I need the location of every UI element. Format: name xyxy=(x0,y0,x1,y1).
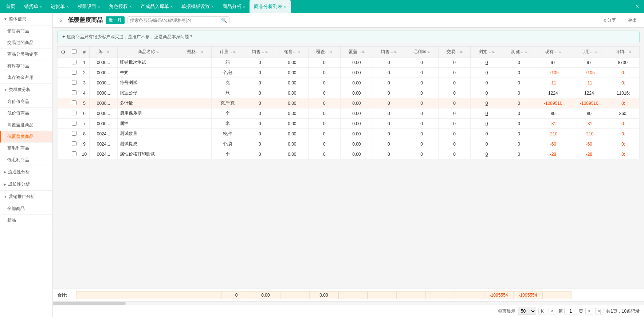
column-name[interactable]: 商品名称⇅ xyxy=(118,47,179,58)
nav-close-icon[interactable]: × xyxy=(170,0,173,13)
sidebar-section-marketing-analysis[interactable]: ▼ 营销推广分析 xyxy=(0,191,52,203)
cell-available: -31 xyxy=(571,119,607,129)
cell-unit: 克 xyxy=(211,78,244,88)
page-size-select[interactable]: 50 10 20 100 xyxy=(518,308,536,315)
cell-browse1[interactable]: 0 xyxy=(471,88,503,98)
window-close-button[interactable]: × xyxy=(632,3,643,10)
cell-unit: 只 xyxy=(211,88,244,98)
cell-no: 1 xyxy=(79,58,90,68)
nav-close-icon[interactable]: × xyxy=(40,0,42,13)
column-current[interactable]: 现有...⇅ xyxy=(535,47,571,58)
column-unit[interactable]: 计量...⇅ xyxy=(211,47,244,58)
search-input[interactable] xyxy=(130,18,220,23)
cell-browse1[interactable]: 0 xyxy=(471,68,503,78)
nav-sales-order[interactable]: 销货单 × xyxy=(20,0,46,13)
sidebar-item-high-profit[interactable]: 高毛利商品 xyxy=(0,143,52,154)
column-sales-cnt[interactable]: 销售...⇅ xyxy=(373,47,405,58)
time-filter-button[interactable]: 近一月 xyxy=(106,16,125,24)
cell-browse1[interactable]: 0 xyxy=(471,108,503,119)
cell-browse1[interactable]: 0 xyxy=(471,58,503,68)
cell-checkbox[interactable] xyxy=(69,119,79,129)
column-gross[interactable]: 毛利率⇅ xyxy=(405,47,439,58)
nav-purchase-order[interactable]: 进货单 × xyxy=(46,0,73,13)
nav-template-settings[interactable]: 单据模板设置 × xyxy=(177,0,218,13)
cell-cover2: 0.00 xyxy=(341,108,373,119)
sidebar-item-low-value[interactable]: 低价值商品 xyxy=(0,108,52,119)
table-container[interactable]: ⚙ # 商...⇅ 商品名称⇅ 规格...⇅ xyxy=(57,46,640,289)
nav-permission-settings[interactable]: 权限设置 × xyxy=(73,0,105,13)
nav-role-auth[interactable]: 角色授权 × xyxy=(105,0,136,13)
column-trade[interactable]: 交易...⇅ xyxy=(438,47,471,58)
search-icon[interactable]: 🔍 xyxy=(221,17,227,23)
cell-browse1[interactable]: 0 xyxy=(471,78,503,88)
column-code[interactable]: 商...⇅ xyxy=(90,47,118,58)
cell-browse1[interactable]: 0 xyxy=(471,98,503,108)
sidebar-item-traded-goods[interactable]: 交易过的商品 xyxy=(0,37,52,49)
first-page-button[interactable]: K xyxy=(538,308,546,314)
cell-browse1[interactable]: 0 xyxy=(471,139,503,149)
nav-finished-goods[interactable]: 产成品入库单 × xyxy=(136,0,177,13)
cell-checkbox[interactable] xyxy=(69,149,79,159)
nav-close-active-icon[interactable]: × xyxy=(284,0,286,13)
cell-checkbox[interactable] xyxy=(69,68,79,78)
column-sellable[interactable]: 可销...⇅ xyxy=(607,47,640,58)
sidebar-section-growth-analysis[interactable]: ▶ 成长性分析 xyxy=(0,178,52,191)
cell-checkbox[interactable] xyxy=(69,98,79,108)
sidebar-item-new-goods[interactable]: 新品 xyxy=(0,215,52,226)
nav-goods-analysis[interactable]: 商品分析 × xyxy=(218,0,250,13)
share-button[interactable]: ⎋ 分享 xyxy=(601,16,619,24)
cell-settings xyxy=(58,58,69,68)
cell-checkbox[interactable] xyxy=(69,78,79,88)
cell-checkbox[interactable] xyxy=(69,58,79,68)
cell-gross: 0 xyxy=(405,58,439,68)
sidebar-section-overall[interactable]: ▼ 整体信息 xyxy=(0,13,52,25)
sidebar-item-category-rate[interactable]: 商品分类动销率 xyxy=(0,49,52,60)
cell-checkbox[interactable] xyxy=(69,108,79,119)
cell-sales-cnt: 0 xyxy=(373,78,405,88)
last-page-button[interactable]: >| xyxy=(595,308,604,314)
nav-close-icon[interactable]: × xyxy=(66,0,68,13)
settings-icon[interactable]: ⚙ xyxy=(61,49,66,55)
cell-checkbox[interactable] xyxy=(69,129,79,139)
cell-checkbox[interactable] xyxy=(69,139,79,149)
sidebar-item-high-value[interactable]: 高价值商品 xyxy=(0,96,52,108)
column-checkbox[interactable] xyxy=(69,47,79,58)
column-spec[interactable]: 规格...⇅ xyxy=(179,47,212,58)
sidebar-item-sales-goods[interactable]: 销售类商品 xyxy=(0,25,52,37)
cell-browse1[interactable]: 0 xyxy=(471,129,503,139)
nav-home[interactable]: 首页 xyxy=(1,0,20,13)
export-button[interactable]: ↑ 导出 xyxy=(622,16,640,24)
sidebar-item-low-profit[interactable]: 低毛利商品 xyxy=(0,154,52,166)
column-cover1[interactable]: 覆盖...⇅ xyxy=(308,47,341,58)
nav-close-icon[interactable]: × xyxy=(211,0,213,13)
nav-close-icon[interactable]: × xyxy=(243,0,245,13)
nav-close-icon[interactable]: × xyxy=(129,0,131,13)
column-cover2[interactable]: 覆盖...⇅ xyxy=(341,47,373,58)
sidebar-section-group-analysis[interactable]: ▼ 类群度分析 xyxy=(0,84,52,96)
column-available[interactable]: 可用...⇅ xyxy=(571,47,607,58)
column-sales-qty[interactable]: 销售...⇅ xyxy=(244,47,276,58)
next-page-button[interactable]: > xyxy=(585,308,593,314)
sidebar-item-all-goods[interactable]: 全部商品 xyxy=(0,203,52,215)
cell-browse1[interactable]: 0 xyxy=(471,149,503,159)
sidebar-item-low-coverage[interactable]: 低覆盖度商品 xyxy=(0,131,52,143)
sidebar-item-stocked-goods[interactable]: 有库存商品 xyxy=(0,60,52,72)
sort-icon: ⇅ xyxy=(200,50,203,54)
column-sales-amt[interactable]: 销售...⇅ xyxy=(276,47,309,58)
nav-close-icon[interactable]: × xyxy=(98,0,100,13)
column-browse2[interactable]: 浏览...⇅ xyxy=(503,47,535,58)
nav-goods-analysis-list[interactable]: 商品分析列表 × xyxy=(250,0,290,13)
sidebar-section-flow-analysis[interactable]: ▶ 流通性分析 xyxy=(0,166,52,178)
column-settings[interactable]: ⚙ xyxy=(58,47,69,58)
prev-page-button[interactable]: < xyxy=(549,308,556,314)
cell-checkbox[interactable] xyxy=(69,88,79,98)
sidebar-toggle-button[interactable]: « xyxy=(57,16,65,24)
select-all-checkbox[interactable] xyxy=(72,49,76,54)
sidebar-item-inventory-capital[interactable]: 库存资金占用 xyxy=(0,72,52,84)
column-browse1[interactable]: 浏览...⇅ xyxy=(471,47,503,58)
scrollbar-thumb[interactable] xyxy=(53,302,126,305)
page-number-input[interactable] xyxy=(564,308,577,314)
cell-browse1[interactable]: 0 xyxy=(471,119,503,129)
sidebar-item-high-coverage[interactable]: 高覆盖度商品 xyxy=(0,119,52,131)
horizontal-scrollbar[interactable] xyxy=(53,301,644,305)
